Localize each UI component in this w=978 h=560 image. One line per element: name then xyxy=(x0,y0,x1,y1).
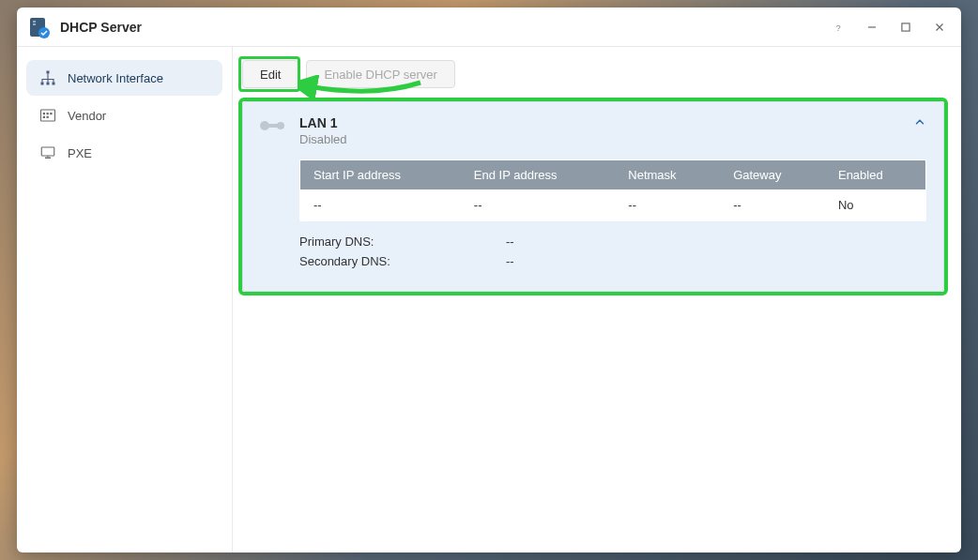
sidebar-item-pxe[interactable]: PXE xyxy=(26,135,222,171)
primary-dns-label: Primary DNS: xyxy=(299,235,506,249)
help-button[interactable]: ? xyxy=(828,17,848,38)
sidebar: Network Interface Vendor PXE xyxy=(17,47,233,552)
svg-rect-9 xyxy=(47,83,50,85)
toolbar: Edit Enable DHCP server xyxy=(242,60,944,88)
secondary-dns-row: Secondary DNS: -- xyxy=(299,254,926,268)
sidebar-item-label: Vendor xyxy=(68,109,106,123)
svg-rect-14 xyxy=(50,113,52,114)
svg-rect-6 xyxy=(902,23,909,30)
dhcp-range-table: Start IP address End IP address Netmask … xyxy=(299,159,926,221)
pxe-icon xyxy=(39,144,56,161)
secondary-dns-value: -- xyxy=(506,254,514,268)
svg-rect-12 xyxy=(43,113,45,114)
col-gateway: Gateway xyxy=(720,160,825,190)
enable-dhcp-button[interactable]: Enable DHCP server xyxy=(306,60,454,88)
secondary-dns-label: Secondary DNS: xyxy=(299,254,506,268)
svg-rect-21 xyxy=(267,124,279,128)
edit-button[interactable]: Edit xyxy=(242,60,298,88)
network-interface-icon xyxy=(39,69,56,86)
sidebar-item-label: PXE xyxy=(68,146,92,160)
svg-rect-16 xyxy=(47,116,49,118)
cell-enabled: No xyxy=(825,189,926,221)
svg-rect-1 xyxy=(33,21,36,23)
svg-rect-7 xyxy=(47,71,50,74)
svg-rect-15 xyxy=(43,116,45,118)
sidebar-item-label: Network Interface xyxy=(68,71,163,85)
chevron-up-icon xyxy=(913,115,926,129)
sidebar-item-vendor[interactable]: Vendor xyxy=(26,98,222,133)
cell-end-ip: -- xyxy=(461,189,616,221)
svg-rect-18 xyxy=(45,158,51,159)
app-window: DHCP Server ? Network Interface xyxy=(17,8,961,552)
svg-rect-11 xyxy=(41,110,55,121)
sidebar-item-network-interface[interactable]: Network Interface xyxy=(26,60,222,96)
primary-dns-row: Primary DNS: -- xyxy=(299,235,926,249)
titlebar: DHCP Server ? xyxy=(17,8,961,47)
dns-block: Primary DNS: -- Secondary DNS: -- xyxy=(299,235,926,268)
lan-name: LAN 1 xyxy=(299,115,913,130)
window-title: DHCP Server xyxy=(60,20,828,35)
svg-rect-10 xyxy=(53,83,55,85)
svg-rect-17 xyxy=(41,147,54,156)
col-enabled: Enabled xyxy=(825,160,926,190)
window-controls: ? xyxy=(828,17,950,38)
cell-netmask: -- xyxy=(615,189,720,221)
svg-rect-5 xyxy=(868,26,876,27)
table-row[interactable]: -- -- -- -- No xyxy=(300,189,926,221)
minimize-button[interactable] xyxy=(862,17,882,38)
window-body: Network Interface Vendor PXE Edit Enable… xyxy=(17,47,961,552)
svg-text:?: ? xyxy=(835,23,840,32)
maximize-button[interactable] xyxy=(895,17,916,38)
lan-panel[interactable]: LAN 1 Disabled Start IP address xyxy=(242,101,944,292)
primary-dns-value: -- xyxy=(506,235,514,249)
lan-title-block: LAN 1 Disabled xyxy=(299,115,913,146)
cell-start-ip: -- xyxy=(300,189,461,221)
col-netmask: Netmask xyxy=(615,160,720,190)
collapse-toggle[interactable] xyxy=(913,115,926,131)
col-end-ip: End IP address xyxy=(461,160,616,190)
col-start-ip: Start IP address xyxy=(300,160,461,190)
content-area: Edit Enable DHCP server LAN 1 xyxy=(233,47,961,552)
close-button[interactable] xyxy=(929,17,950,38)
svg-rect-8 xyxy=(41,83,44,85)
app-icon xyxy=(28,16,51,38)
nic-icon xyxy=(260,119,286,132)
svg-rect-13 xyxy=(47,113,49,114)
lan-panel-wrap: LAN 1 Disabled Start IP address xyxy=(242,101,944,292)
cell-gateway: -- xyxy=(720,189,825,221)
lan-panel-header: LAN 1 Disabled xyxy=(260,115,926,146)
table-header-row: Start IP address End IP address Netmask … xyxy=(300,160,926,190)
lan-table-wrap: Start IP address End IP address Netmask … xyxy=(299,159,926,221)
lan-status: Disabled xyxy=(299,132,913,146)
svg-rect-2 xyxy=(33,23,36,25)
vendor-icon xyxy=(39,107,56,124)
